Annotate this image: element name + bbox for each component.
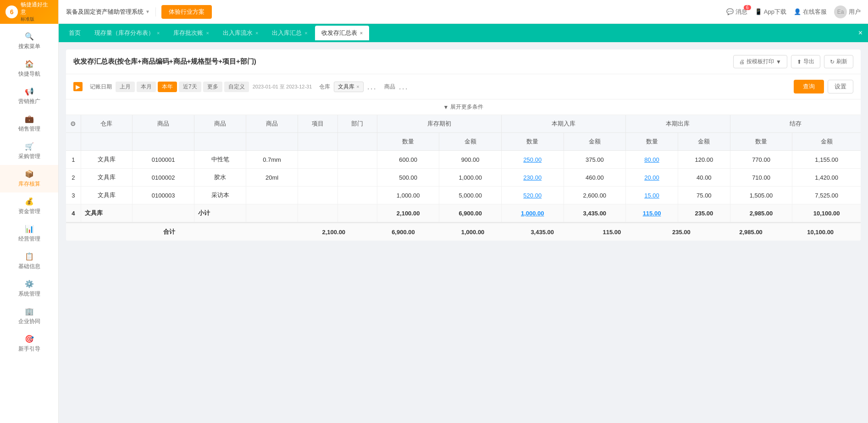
td-goods-name: 小计 [194, 204, 246, 222]
date-btn-last-month[interactable]: 上月 [116, 82, 135, 92]
sidebar-item-marketing[interactable]: 📢 营销推广 [0, 82, 58, 110]
td-out-qty[interactable]: 20.00 [626, 169, 678, 187]
td-bal-qty: 2,985.00 [730, 204, 792, 222]
footer-bal-qty: 2,985.00 [718, 229, 784, 236]
td-bal-qty: 710.00 [730, 169, 792, 187]
sidebar-item-sales[interactable]: 💼 销售管理 [0, 110, 58, 137]
logo-title: 畅捷通好生意 [21, 1, 53, 16]
td-goods-name: 胶水 [194, 169, 246, 187]
table-row: 2文具库0100002胶水20ml500.001,000.00230.00460… [66, 169, 861, 187]
td-warehouse: 文具库 [81, 187, 132, 204]
td-open-qty: 2,100.00 [377, 204, 439, 222]
td-out-qty[interactable]: 80.00 [626, 151, 678, 169]
page-title-bar: 收发存汇总表(按仓库+商品编码+商品+规格型号+项目+部门) 🖨 按模板打印 ▼… [66, 49, 861, 74]
tab-inout-flow-close[interactable]: × [255, 30, 258, 36]
dropdown-arrow-icon: ▼ [145, 9, 150, 14]
sidebar-item-operations[interactable]: 📊 经营管理 [0, 220, 58, 247]
td-in-qty[interactable]: 230.00 [501, 169, 564, 187]
tab-inout-summary-close[interactable]: × [304, 30, 307, 36]
date-btn-more[interactable]: 更多 [203, 82, 222, 92]
td-bal-amt: 1,420.00 [792, 169, 861, 187]
app-download-item[interactable]: 📱 App下载 [755, 8, 786, 16]
sidebar-item-guide[interactable]: 🎯 新手引导 [0, 330, 58, 357]
table-row: 3文具库0100003采访本1,000.005,000.00520.002,60… [66, 187, 861, 204]
home-icon: 🏠 [25, 60, 34, 68]
sidebar-item-purchase[interactable]: 🛒 采购管理 [0, 137, 58, 165]
td-project [298, 187, 337, 204]
message-badge: 6 [744, 5, 751, 10]
footer-in-qty: 1,000.00 [440, 229, 506, 236]
warehouse-filter-more[interactable]: ... [367, 82, 377, 92]
warehouse-tag-remove[interactable]: × [356, 84, 359, 89]
td-out-qty[interactable]: 15.00 [626, 187, 678, 204]
tab-inout-flow[interactable]: 出入库流水 × [216, 26, 265, 40]
message-item[interactable]: 💬 消息 6 [726, 8, 747, 16]
th-out-group: 本期出库 [626, 115, 730, 133]
data-table-wrapper: ⚙ 仓库 商品 商品 商品 项目 部门 库存期初 本期入库 本期出库 结存 [66, 115, 861, 222]
tab-bar-close-all[interactable]: × [857, 29, 864, 37]
sidebar-item-quick[interactable]: 🏠 快捷导航 [0, 55, 58, 82]
filter-toggle-button[interactable]: ▶ [73, 82, 83, 91]
td-out-qty[interactable]: 115.00 [626, 204, 678, 222]
sidebar-item-system[interactable]: ⚙️ 系统管理 [0, 275, 58, 302]
query-button[interactable]: 查询 [794, 80, 824, 93]
phone-icon: 📱 [755, 8, 762, 15]
td-in-qty[interactable]: 250.00 [501, 151, 564, 169]
th-in-group: 本期入库 [501, 115, 625, 133]
user-item[interactable]: Ea 用户 [834, 5, 861, 18]
td-no: 4 [66, 204, 81, 222]
td-no: 1 [66, 151, 81, 169]
th-spec-sub [246, 133, 298, 151]
td-department [337, 204, 377, 222]
table-footer: 合计 2,100.00 6,900.00 1,000.00 3,435.00 1… [66, 222, 861, 241]
sidebar-item-inventory[interactable]: 📦 库存核算 [0, 165, 58, 192]
tab-batch[interactable]: 库存批次账 × [167, 26, 215, 40]
td-in-amt: 3,435.00 [564, 204, 626, 222]
sidebar-item-label: 营销推广 [18, 98, 40, 105]
tab-stock-dist[interactable]: 现存量（库存分布表） × [88, 26, 166, 40]
sidebar-item-search[interactable]: 🔍 搜索菜单 [0, 27, 58, 55]
date-btn-this-month[interactable]: 本月 [137, 82, 156, 92]
refresh-button[interactable]: ↻ 刷新 [824, 55, 853, 68]
system-title-dropdown[interactable]: 装备及固定资产辅助管理系统 ▼ [66, 8, 150, 16]
td-in-qty[interactable]: 1,000.00 [501, 204, 564, 222]
date-btn-7days[interactable]: 近7天 [179, 82, 201, 92]
tab-recv-send[interactable]: 收发存汇总表 × [315, 26, 369, 40]
tab-recv-send-close[interactable]: × [360, 30, 363, 36]
footer-bal-amt: 10,100.00 [787, 229, 853, 236]
date-btn-custom[interactable]: 自定义 [224, 82, 249, 92]
tab-bar: 首页 现存量（库存分布表） × 库存批次账 × 出入库流水 × 出入库汇总 × … [59, 24, 868, 42]
table-settings-icon[interactable]: ⚙ [70, 120, 76, 127]
sidebar-item-finance[interactable]: 💰 资金管理 [0, 192, 58, 220]
td-open-qty: 500.00 [377, 169, 439, 187]
td-in-amt: 2,600.00 [564, 187, 626, 204]
settings-button[interactable]: 设置 [828, 80, 853, 93]
message-icon: 💬 [726, 8, 734, 15]
service-icon: 👤 [794, 8, 801, 15]
date-btn-this-year[interactable]: 本年 [158, 82, 177, 92]
td-open-qty: 1,000.00 [377, 187, 439, 204]
print-button[interactable]: 🖨 按模板打印 ▼ [733, 55, 787, 68]
td-in-amt: 375.00 [564, 151, 626, 169]
td-goods-name: 中性笔 [194, 151, 246, 169]
export-button[interactable]: ⬆ 导出 [791, 55, 820, 68]
sidebar-item-label: 资金管理 [18, 208, 40, 215]
tab-inout-summary[interactable]: 出入库汇总 × [265, 26, 314, 40]
tab-inout-flow-label: 出入库流水 [223, 29, 253, 37]
trial-button[interactable]: 体验行业方案 [161, 5, 212, 19]
td-in-qty[interactable]: 520.00 [501, 187, 564, 204]
tab-batch-close[interactable]: × [206, 30, 209, 36]
goods-filter-more[interactable]: ... [399, 82, 409, 92]
tab-home[interactable]: 首页 [62, 26, 87, 40]
sidebar-item-label: 系统管理 [18, 290, 40, 298]
tab-stock-dist-close[interactable]: × [157, 30, 160, 36]
page-title: 收发存汇总表(按仓库+商品编码+商品+规格型号+项目+部门) [73, 57, 256, 66]
expand-more-button[interactable]: ▼ 展开更多条件 [443, 103, 484, 111]
sidebar-item-label: 销售管理 [18, 125, 40, 133]
footer-in-amt: 3,435.00 [509, 229, 575, 236]
th-bal-qty: 数量 [730, 133, 792, 151]
sidebar-item-baseinfo[interactable]: 📋 基础信息 [0, 247, 58, 275]
sidebar-item-enterprise[interactable]: 🏢 企业协同 [0, 302, 58, 330]
online-service-item[interactable]: 👤 在线客服 [794, 8, 827, 16]
sidebar-nav: 🔍 搜索菜单 🏠 快捷导航 📢 营销推广 💼 销售管理 🛒 采购管理 📦 库存核… [0, 24, 58, 423]
